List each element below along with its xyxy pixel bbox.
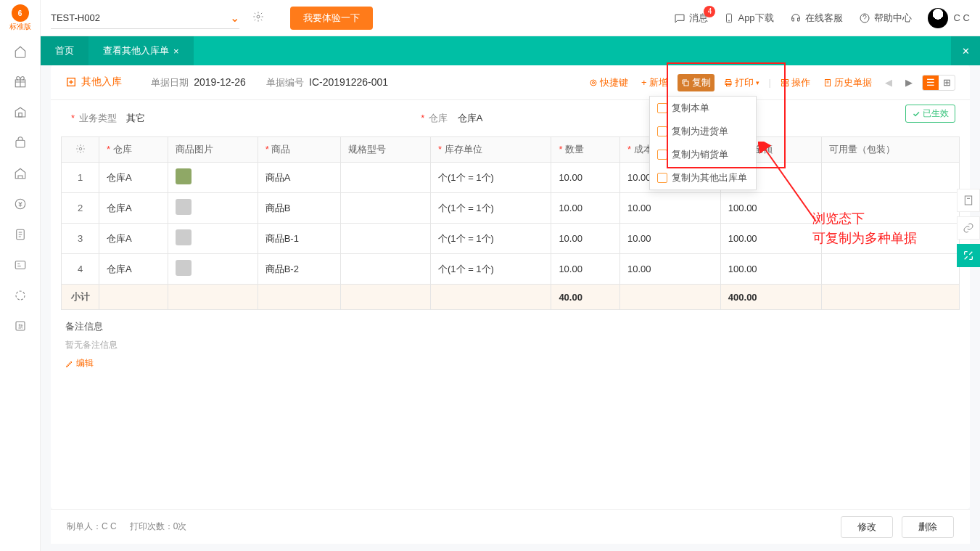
sidebar-item-cycle[interactable] bbox=[0, 280, 41, 311]
username: C C bbox=[954, 12, 970, 23]
shortcut-button[interactable]: 快捷键 bbox=[585, 74, 632, 91]
sidebar-item-home[interactable] bbox=[0, 36, 41, 67]
sidebar-item-gift[interactable] bbox=[0, 67, 41, 97]
cell-amount: 100.00 bbox=[720, 224, 821, 254]
cell-product: 商品B-1 bbox=[258, 224, 340, 254]
link-tool[interactable] bbox=[957, 216, 980, 240]
cell-qty: 10.00 bbox=[551, 163, 620, 193]
items-table: * 仓库 商品图片 * 商品 规格型号 * 库存单位 * 数量 * 成本单价 *… bbox=[61, 136, 960, 310]
cell-price: 10.00 bbox=[620, 254, 721, 285]
try-button[interactable]: 我要体验一下 bbox=[290, 7, 373, 30]
cell-image bbox=[168, 163, 258, 193]
svg-rect-22 bbox=[782, 83, 785, 86]
prev-button[interactable]: ◀ bbox=[881, 75, 896, 90]
online-service-label: 在线客服 bbox=[805, 12, 843, 25]
next-button[interactable]: ▶ bbox=[902, 75, 916, 90]
table-row[interactable]: 2 仓库A 商品B 个(1个 = 1个) 10.00 10.00 100.00 bbox=[62, 193, 960, 224]
delete-button[interactable]: 删除 bbox=[902, 516, 954, 538]
svg-rect-5 bbox=[15, 261, 25, 269]
view-toggle: ☰ ⊞ bbox=[922, 75, 955, 91]
online-service-link[interactable]: 在线客服 bbox=[790, 12, 843, 25]
copy-dropdown: 复制本单 复制为进货单 复制为销货单 复制为其他出库单 bbox=[649, 96, 757, 190]
copy-icon bbox=[657, 150, 667, 160]
cell-warehouse: 仓库A bbox=[99, 224, 168, 254]
help-center-link[interactable]: 帮助中心 bbox=[859, 12, 912, 25]
view-grid-button[interactable]: ⊞ bbox=[939, 75, 955, 90]
copy-button[interactable]: 复制 bbox=[678, 74, 715, 91]
svg-point-11 bbox=[729, 20, 730, 20]
row-index: 4 bbox=[62, 254, 99, 285]
cell-amount: 100.00 bbox=[720, 193, 821, 224]
svg-rect-26 bbox=[965, 196, 971, 205]
help-center-label: 帮助中心 bbox=[874, 12, 912, 25]
view-list-button[interactable]: ☰ bbox=[923, 75, 939, 90]
svg-rect-21 bbox=[786, 79, 788, 82]
history-button[interactable]: 历史单据 bbox=[820, 74, 876, 91]
add-button[interactable]: + 新增 bbox=[638, 74, 672, 91]
copy-sale-item[interactable]: 复制为销货单 bbox=[650, 143, 756, 166]
sidebar-item-inventory[interactable] bbox=[0, 97, 41, 128]
col-qty: * 数量 bbox=[551, 137, 620, 163]
sidebar-item-report[interactable] bbox=[0, 219, 41, 250]
cell-price: 10.00 bbox=[620, 224, 721, 254]
close-all-tabs-button[interactable]: ✕ bbox=[951, 36, 980, 65]
close-icon[interactable]: × bbox=[173, 46, 179, 57]
sidebar-item-box[interactable] bbox=[0, 128, 41, 158]
cell-spec bbox=[340, 224, 430, 254]
messages-badge: 4 bbox=[704, 6, 715, 17]
cell-image bbox=[168, 224, 258, 254]
topbar: TEST-H002 ⌄ 我要体验一下 消息 4 App下载 在 bbox=[41, 0, 980, 36]
table-row[interactable]: 3 仓库A 商品B-1 个(1个 = 1个) 10.00 10.00 100.0… bbox=[62, 224, 960, 254]
operate-button[interactable]: 操作 bbox=[777, 74, 814, 91]
print-count-info: 打印次数：0次 bbox=[130, 521, 187, 533]
cell-warehouse: 仓库A bbox=[99, 254, 168, 285]
sidebar-item-finance[interactable] bbox=[0, 189, 41, 219]
svg-point-6 bbox=[16, 291, 25, 300]
cell-product: 商品B bbox=[258, 193, 340, 224]
product-image-icon bbox=[176, 199, 192, 215]
print-button[interactable]: 打印 ▾ bbox=[720, 74, 763, 91]
table-row[interactable]: 1 仓库A 商品A 个(1个 = 1个) 10.00 10.00 100.00 bbox=[62, 163, 960, 193]
cell-available bbox=[821, 163, 959, 193]
table-settings-header[interactable] bbox=[62, 137, 99, 163]
app-download-link[interactable]: App下载 bbox=[724, 12, 773, 25]
user-menu[interactable]: C C bbox=[928, 8, 970, 28]
org-settings-button[interactable] bbox=[252, 11, 264, 25]
tab-home[interactable]: 首页 bbox=[41, 36, 88, 65]
svg-rect-1 bbox=[18, 113, 22, 117]
col-spec: 规格型号 bbox=[340, 137, 430, 163]
col-image: 商品图片 bbox=[168, 137, 258, 163]
card-tab-other-inbound[interactable]: 其他入库 bbox=[65, 65, 122, 100]
copy-this-item[interactable]: 复制本单 bbox=[650, 97, 756, 120]
modify-button[interactable]: 修改 bbox=[841, 516, 893, 538]
logo-icon: 6 bbox=[12, 4, 29, 22]
cell-available bbox=[821, 254, 959, 285]
sidebar-item-warehouse[interactable] bbox=[0, 158, 41, 189]
biz-type-field: * 业务类型 其它 bbox=[71, 112, 145, 125]
svg-text:新: 新 bbox=[17, 324, 22, 329]
svg-rect-16 bbox=[684, 81, 688, 86]
product-image-icon bbox=[176, 260, 192, 276]
cell-warehouse: 仓库A bbox=[99, 193, 168, 224]
table-row[interactable]: 4 仓库A 商品B-2 个(1个 = 1个) 10.00 10.00 100.0… bbox=[62, 254, 960, 285]
remark-empty: 暂无备注信息 bbox=[65, 339, 955, 351]
cell-unit: 个(1个 = 1个) bbox=[430, 163, 551, 193]
expand-tool[interactable] bbox=[957, 244, 980, 267]
edit-remark-button[interactable]: 编辑 bbox=[65, 357, 94, 370]
org-selector[interactable]: TEST-H002 ⌄ bbox=[51, 7, 239, 29]
warehouse-field: * 仓库 仓库A bbox=[421, 112, 482, 125]
note-tool[interactable] bbox=[957, 189, 980, 212]
cell-image bbox=[168, 193, 258, 224]
copy-icon bbox=[657, 173, 667, 183]
sidebar-item-new[interactable]: 新 bbox=[0, 311, 41, 341]
sidebar-item-card[interactable] bbox=[0, 250, 41, 280]
messages-link[interactable]: 消息 4 bbox=[674, 12, 708, 25]
col-product: * 商品 bbox=[258, 137, 340, 163]
svg-rect-2 bbox=[16, 140, 25, 147]
tab-view-other-inbound[interactable]: 查看其他入库单 × bbox=[88, 36, 194, 65]
svg-point-25 bbox=[79, 147, 82, 150]
cell-qty: 10.00 bbox=[551, 254, 620, 285]
cell-spec bbox=[340, 254, 430, 285]
copy-other-out-item[interactable]: 复制为其他出库单 bbox=[650, 166, 756, 189]
copy-purchase-item[interactable]: 复制为进货单 bbox=[650, 120, 756, 143]
